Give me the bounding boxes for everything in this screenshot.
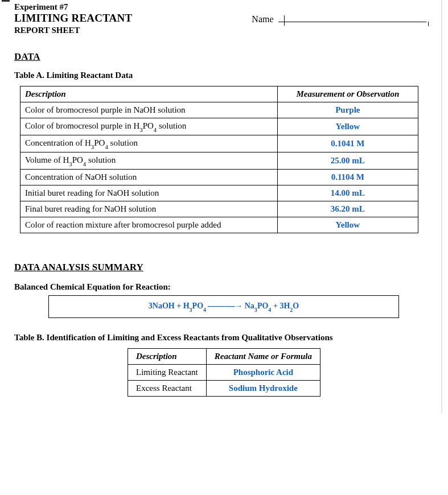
table-row: Initial buret reading for NaOH solution … <box>20 185 418 201</box>
cell-value: 0.1041 M <box>277 135 418 152</box>
cell-desc: Color of bromocresol purple in NaOH solu… <box>20 102 278 118</box>
equation-box: 3NaOH + H3PO4 -------------→ Na3PO4 + 3H… <box>48 295 399 318</box>
eq-species: H <box>283 302 290 310</box>
report-sheet-page: Experiment #7 LIMITING REACTANT Name REP… <box>0 2 448 414</box>
eq-species: Na <box>245 302 254 310</box>
eq-species: NaOH <box>153 302 175 310</box>
cell-value: 36.20 mL <box>277 201 418 217</box>
cell-value: Purple <box>277 102 418 118</box>
cell-desc: Initial buret reading for NaOH solution <box>20 185 278 201</box>
page-subtitle: REPORT SHEET <box>14 26 434 35</box>
eq-species: PO <box>257 302 268 310</box>
cell-desc: Final buret reading for NaOH solution <box>20 201 278 217</box>
cell-value: Sodium Hydroxide <box>206 380 320 396</box>
arrow-icon: → <box>235 302 245 310</box>
cell-value: 14.00 mL <box>277 185 418 201</box>
cell-desc: Volume of H3PO4 solution <box>20 152 278 170</box>
experiment-number: Experiment #7 <box>14 2 434 12</box>
table-row: Excess Reactant Sodium Hydroxide <box>128 380 320 396</box>
table-row: Color of bromocresol purple in NaOH solu… <box>20 102 418 118</box>
cell-desc: Color of bromocresol purple in H3PO4 sol… <box>20 118 278 135</box>
cell-value: Phosphoric Acid <box>206 364 320 380</box>
cell-value: Yellow <box>277 217 418 233</box>
table-row: Final buret reading for NaOH solution 36… <box>20 201 418 217</box>
crop-mark <box>2 0 10 2</box>
table-row: Limiting Reactant Phosphoric Acid <box>128 364 320 380</box>
cell-value: Yellow <box>277 118 418 135</box>
table-row: Color of bromocresol purple in H3PO4 sol… <box>20 118 418 135</box>
table-row: Color of reaction mixture after bromocre… <box>20 217 418 233</box>
cell-desc: Color of reaction mixture after bromocre… <box>20 217 278 233</box>
cell-desc: Concentration of NaOH solution <box>20 170 278 185</box>
table-b-head-desc: Description <box>128 348 207 364</box>
text-cursor-icon <box>284 15 285 26</box>
eq-coeff: 3 <box>149 302 153 310</box>
table-a-caption: Table A. Limiting Reactant Data <box>14 71 434 80</box>
cell-desc: Excess Reactant <box>128 380 207 396</box>
cell-value: 25.00 mL <box>277 152 418 170</box>
section-analysis-heading: DATA ANALYSIS SUMMARY <box>14 262 434 273</box>
eq-arrow-dashes: ------------- <box>206 302 235 310</box>
table-a-head-desc: Description <box>20 86 278 102</box>
name-field-wrap: Name <box>252 14 426 24</box>
table-a-header-row: Description Measurement or Observation <box>20 86 418 102</box>
cell-value: 0.1104 M <box>277 170 418 185</box>
cell-desc: Concentration of H3PO4 solution <box>20 135 278 152</box>
table-b: Description Reactant Name or Formula Lim… <box>128 348 320 397</box>
name-line-wrap <box>278 14 426 24</box>
eq-species: O <box>293 302 299 310</box>
table-row: Volume of H3PO4 solution 25.00 mL <box>20 152 418 170</box>
name-label: Name <box>252 14 273 24</box>
eq-plus: + <box>271 302 280 310</box>
table-row: Concentration of NaOH solution 0.1104 M <box>20 170 418 185</box>
table-b-caption: Table B. Identification of Limiting and … <box>14 333 434 343</box>
table-a-head-meas: Measurement or Observation <box>277 86 418 102</box>
equation-text: 3NaOH + H3PO4 -------------→ Na3PO4 + 3H… <box>149 302 299 310</box>
equation-label: Balanced Chemical Equation for Reaction: <box>14 282 434 292</box>
table-b-header-row: Description Reactant Name or Formula <box>128 348 320 364</box>
eq-species: H <box>183 302 190 310</box>
eq-plus: + <box>175 302 183 310</box>
table-row: Concentration of H3PO4 solution 0.1041 M <box>20 135 418 152</box>
eq-species: PO <box>192 302 203 310</box>
name-input-line[interactable] <box>278 22 426 22</box>
section-data-heading: DATA <box>14 51 434 63</box>
header-row: LIMITING REACTANT Name <box>14 12 434 24</box>
table-a: Description Measurement or Observation C… <box>20 86 418 233</box>
cell-desc: Limiting Reactant <box>128 364 207 380</box>
page-title: LIMITING REACTANT <box>14 12 132 24</box>
table-b-head-val: Reactant Name or Formula <box>206 348 320 364</box>
